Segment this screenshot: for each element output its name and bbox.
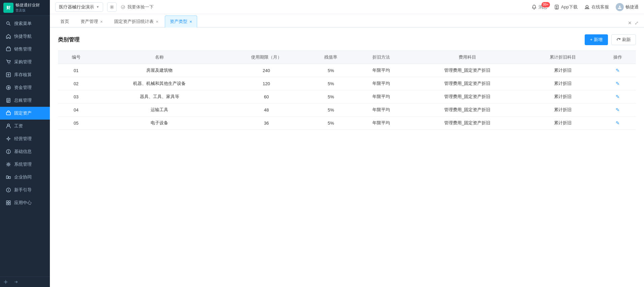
cell-accumulated-3[interactable]: 累计折旧 [526,103,600,117]
cell-code-3: 04 [58,103,94,117]
col-accumulated: 累计折旧科目 [526,51,600,64]
data-table: 编号 名称 使用期限（月） 残值率 折旧方法 费用科目 累计折旧科目 操作 01… [58,51,636,130]
cell-accumulated-0[interactable]: 累计折旧 [526,64,600,77]
sidebar-item-sales[interactable]: 销售管理 [0,43,50,56]
svg-point-25 [619,5,620,7]
company-selector[interactable]: 医疗器械行业演示 ▼ [55,2,103,12]
table-row: 02 机器、机械和其他生产设备 120 5% 年限平均 管理费用_固定资产折旧 … [58,77,636,90]
table-row: 05 电子设备 36 5% 年限平均 管理费用_固定资产折旧 累计折旧 ✎ [58,117,636,130]
svg-rect-8 [6,112,10,115]
tab-depreciation-close[interactable]: ✕ [156,20,158,24]
edit-button-0[interactable]: ✎ [616,68,620,73]
maximize-window-button[interactable]: ⤢ [635,20,639,26]
edit-button-2[interactable]: ✎ [616,94,620,99]
cell-expense-3[interactable]: 管理费用_固定资产折旧 [409,103,526,117]
topbar: 医疗器械行业演示 ▼ 我要体验一下 消息 99+ App下载 在线客服 [50,0,644,14]
customer-service-button[interactable]: 在线客服 [584,4,609,10]
base-info-icon [5,149,11,155]
sidebar-item-inventory[interactable]: 库存核算 [0,68,50,81]
cell-action-0[interactable]: ✎ [600,64,636,77]
cell-accumulated-4[interactable]: 累计折旧 [526,117,600,130]
tab-asset-type-close[interactable]: ✕ [189,20,192,24]
cell-name-1[interactable]: 机器、机械和其他生产设备 [94,77,225,90]
sidebar-item-purchase[interactable]: 采购管理 [0,56,50,68]
cell-residual-1: 5% [308,77,354,90]
settings-footer-btn[interactable] [3,280,8,284]
sidebar-item-operations[interactable]: 经营管理 [0,132,50,145]
sidebar-item-system[interactable]: 系统管理 [0,158,50,171]
sidebar-item-base-info[interactable]: 基础信息 [0,145,50,158]
sidebar-item-capital[interactable]: 资金管理 [0,81,50,94]
cell-period-3: 48 [225,103,308,117]
close-window-button[interactable]: ✕ [628,20,632,26]
home-icon [5,33,11,39]
sidebar-item-guide[interactable]: 新手引导 [0,184,50,196]
sidebar-item-app-center[interactable]: 应用中心 [0,196,50,209]
collapse-footer-btn[interactable] [13,280,18,284]
app-name: 畅捷通好业财 [16,3,40,8]
tab-asset-mgmt[interactable]: 资产管理 ✕ [75,15,108,28]
sidebar-item-quick-nav[interactable]: 快捷导航 [0,30,50,43]
topbar-settings-button[interactable] [107,2,117,12]
svg-point-12 [8,164,9,165]
app-name-block: 畅捷通好业财 普及版 [16,3,40,13]
cell-code-0: 01 [58,64,94,77]
trial-button[interactable]: 我要体验一下 [121,4,154,10]
notifications-button[interactable]: 消息 99+ [531,4,547,10]
svg-point-10 [8,138,9,140]
cell-name-2[interactable]: 器具、工具、家具等 [94,90,225,103]
sidebar-nav: 搜索菜单 快捷导航 销售管理 采购管理 库存核算 [0,16,50,277]
edit-button-1[interactable]: ✎ [616,81,620,86]
tab-asset-mgmt-close[interactable]: ✕ [100,20,103,24]
cell-method-0: 年限平均 [354,64,409,77]
cell-action-3[interactable]: ✎ [600,103,636,117]
table-body: 01 房屋及建筑物 240 5% 年限平均 管理费用_固定资产折旧 累计折旧 ✎… [58,64,636,130]
sidebar-item-payroll[interactable]: 工资 [0,120,50,132]
cell-action-1[interactable]: ✎ [600,77,636,90]
sidebar-item-enterprise[interactable]: 企业协同 [0,171,50,184]
edit-button-4[interactable]: ✎ [616,120,620,126]
cell-accumulated-1[interactable]: 累计折旧 [526,77,600,90]
operations-icon [5,136,11,142]
cell-code-1: 02 [58,77,94,90]
cell-expense-4[interactable]: 管理费用_固定资产折旧 [409,117,526,130]
cell-name-4[interactable]: 电子设备 [94,117,225,130]
cell-action-4[interactable]: ✎ [600,117,636,130]
col-action: 操作 [600,51,636,64]
cell-name-3[interactable]: 运输工具 [94,103,225,117]
tab-home[interactable]: 首页 [55,15,74,28]
company-selector-label: 医疗器械行业演示 [59,4,94,10]
cell-residual-0: 5% [308,64,354,77]
window-controls: ✕ ⤢ [628,20,639,27]
tabbar: 首页 资产管理 ✕ 固定资产折旧统计表 ✕ 资产类型 ✕ ✕ ⤢ [50,14,644,28]
cell-accumulated-2[interactable]: 累计折旧 [526,90,600,103]
main-content: 医疗器械行业演示 ▼ 我要体验一下 消息 99+ App下载 在线客服 [50,0,644,287]
sidebar-item-fixed-asset[interactable]: 固定资产 [0,107,50,120]
svg-rect-17 [9,201,10,202]
app-download-button[interactable]: App下载 [554,4,578,10]
refresh-button[interactable]: 刷新 [611,34,636,45]
sidebar-item-ledger[interactable]: 总账管理 [0,94,50,107]
cell-name-0[interactable]: 房屋及建筑物 [94,64,225,77]
cell-expense-2[interactable]: 管理费用_固定资产折旧 [409,90,526,103]
cell-expense-1[interactable]: 管理费用_固定资产折旧 [409,77,526,90]
tab-fixed-asset-depreciation[interactable]: 固定资产折旧统计表 ✕ [109,15,163,28]
cell-method-1: 年限平均 [354,77,409,90]
cell-expense-0[interactable]: 管理费用_固定资产折旧 [409,64,526,77]
app-center-icon [5,200,11,206]
add-button[interactable]: + 新增 [585,34,608,45]
user-label: 畅捷通 [625,4,639,10]
svg-line-1 [9,24,10,25]
user-menu-button[interactable]: 畅捷通 [616,3,639,11]
cell-action-2[interactable]: ✎ [600,90,636,103]
cell-period-4: 36 [225,117,308,130]
tab-home-label: 首页 [60,19,69,25]
tab-depreciation-label: 固定资产折旧统计表 [114,19,154,25]
notifications-badge: 99+ [542,2,550,7]
svg-point-9 [7,124,9,126]
tab-asset-type[interactable]: 资产类型 ✕ [165,15,197,28]
sidebar-item-search[interactable]: 搜索菜单 [0,17,50,30]
svg-point-24 [586,5,588,8]
sidebar-label-purchase: 采购管理 [14,59,32,65]
edit-button-3[interactable]: ✎ [616,107,620,113]
